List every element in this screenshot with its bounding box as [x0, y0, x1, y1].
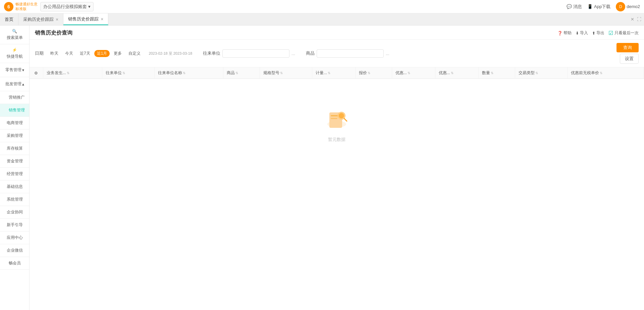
- sidebar-item-search-menu[interactable]: 🔍 搜索菜单: [0, 25, 29, 44]
- logo-text: 畅捷通好生意 标准版: [15, 2, 38, 11]
- tab-sales-history[interactable]: 销售历史价跟踪 ×: [63, 13, 108, 25]
- sort-icon: ⇅: [368, 71, 370, 75]
- avatar: D: [616, 2, 625, 11]
- tab-home[interactable]: 首页: [0, 13, 18, 25]
- sort-icon: ⇅: [491, 71, 493, 75]
- message-icon: 💬: [567, 4, 572, 9]
- sort-icon: ⇅: [408, 71, 410, 75]
- empty-text: 暂元数据: [328, 137, 345, 143]
- table-header-row: ⚙ 业务发生... ⇅ 往来单位: [30, 67, 644, 79]
- sidebar-item-finance-mgmt[interactable]: 资金管理: [0, 155, 29, 168]
- product-dots[interactable]: ...: [386, 51, 389, 56]
- sidebar-item-app-center[interactable]: 应用中心: [0, 231, 29, 244]
- app-selector-label: 办公用品行业模拟账套: [43, 4, 87, 10]
- sidebar-item-basic-info[interactable]: 基础信息: [0, 180, 29, 193]
- th-biz-date[interactable]: 业务发生... ⇅: [43, 67, 102, 79]
- main-layout: 🔍 搜索菜单 ⚡ 快捷导航 零售管理 ▾ 批发管理 ▴ 营销推广 销售管理 电商…: [0, 25, 644, 310]
- sidebar-item-system-mgmt[interactable]: 系统管理: [0, 193, 29, 206]
- sort-icon: ⇅: [451, 71, 453, 75]
- th-spec[interactable]: 规格型号 ⇅: [260, 67, 312, 79]
- product-input[interactable]: [317, 49, 384, 58]
- user-profile[interactable]: D demo2: [616, 2, 640, 11]
- sidebar-item-marketing[interactable]: 营销推广: [0, 91, 29, 104]
- sidebar-item-enterprise-wechat[interactable]: 企业微信: [0, 244, 29, 257]
- sidebar-item-ecommerce-mgmt[interactable]: 电商管理: [0, 117, 29, 130]
- sidebar-item-sales-mgmt[interactable]: 销售管理: [0, 104, 29, 117]
- help-button[interactable]: ❓ 帮助: [557, 30, 572, 36]
- show-last-only-checkbox[interactable]: ☑ 只看最后一次: [608, 30, 639, 36]
- sidebar-item-enterprise-collab[interactable]: 企业协同: [0, 206, 29, 219]
- content-area: 销售历史价查询 ❓ 帮助 ⬇ 导入 ⬆ 导出 ☑: [30, 25, 644, 310]
- maximize-window-icon[interactable]: ⛶: [637, 17, 641, 22]
- search-menu-icon: 🔍: [12, 29, 17, 34]
- last7days-pill[interactable]: 近7天: [77, 50, 93, 57]
- query-button[interactable]: 查询: [616, 43, 639, 52]
- th-discount2[interactable]: 优惠... ⇅: [435, 67, 478, 79]
- today-pill[interactable]: 今天: [62, 50, 76, 57]
- sort-icon: ⇅: [122, 71, 125, 75]
- tab-purchase-history[interactable]: 采购历史价跟踪 ×: [18, 13, 63, 25]
- sidebar-item-wholesale-mgmt[interactable]: 批发管理 ▴: [0, 77, 29, 91]
- purchase-history-tab-close[interactable]: ×: [56, 17, 58, 22]
- logo-icon: 6: [4, 2, 13, 11]
- tab-bar: 首页 采购历史价跟踪 × 销售历史价跟踪 × ✕ ⛶: [0, 13, 644, 25]
- page-title: 销售历史价查询: [35, 30, 72, 37]
- sidebar-item-retail-mgmt[interactable]: 零售管理 ▾: [0, 63, 29, 77]
- svg-line-6: [344, 118, 347, 121]
- app-selector[interactable]: 办公用品行业模拟账套 ▾: [40, 2, 94, 11]
- sort-icon: ⇅: [67, 71, 69, 75]
- sort-icon: ⇅: [235, 71, 238, 75]
- sidebar-item-purchase-mgmt[interactable]: 采购管理: [0, 130, 29, 142]
- last1month-pill[interactable]: 近1月: [94, 50, 110, 57]
- filter-area: 日期 昨天 今天 近7天 近1月 更多 自定义 2023-02-18 至 202…: [30, 40, 644, 67]
- th-trade-type[interactable]: 交易类型 ⇅: [515, 67, 568, 79]
- sidebar-item-member[interactable]: 畅会员: [0, 257, 29, 270]
- more-date-pill[interactable]: 更多: [111, 50, 124, 57]
- page-content: 销售历史价查询 ❓ 帮助 ⬇ 导入 ⬆ 导出 ☑: [30, 25, 644, 310]
- settings-button[interactable]: 设置: [620, 54, 639, 64]
- import-button[interactable]: ⬇ 导入: [576, 30, 588, 36]
- home-tab-label: 首页: [5, 16, 13, 22]
- help-icon: ❓: [557, 31, 562, 36]
- purchase-history-tab-label: 采购历史价跟踪: [23, 16, 54, 22]
- th-discount1[interactable]: 优惠... ⇅: [392, 67, 435, 79]
- custom-date-pill[interactable]: 自定义: [126, 50, 143, 57]
- date-range-text: 2023-02-18 至 2023-03-18: [149, 51, 192, 56]
- message-action[interactable]: 💬 消息: [567, 4, 582, 10]
- app-download-icon: 📱: [587, 4, 593, 9]
- sort-icon: ⇅: [535, 71, 538, 75]
- sort-icon: ⇅: [328, 71, 330, 75]
- th-partner-code[interactable]: 往来单位 ⇅: [102, 67, 155, 79]
- sidebar-item-operations-mgmt[interactable]: 经营管理: [0, 168, 29, 180]
- th-unit[interactable]: 计量... ⇅: [312, 67, 356, 79]
- partner-filter-label: 往来单位: [203, 50, 220, 56]
- th-partner-name[interactable]: 往来单位名称 ⇅: [155, 67, 223, 79]
- th-qty[interactable]: 数量 ⇅: [478, 67, 515, 79]
- close-window-icon[interactable]: ✕: [631, 17, 634, 22]
- page-header: 销售历史价查询 ❓ 帮助 ⬇ 导入 ⬆ 导出 ☑: [30, 25, 644, 40]
- checkbox-icon: ☑: [608, 30, 613, 36]
- sidebar-item-inventory[interactable]: 库存核算: [0, 142, 29, 155]
- empty-icon: [323, 106, 350, 133]
- sidebar-item-quick-nav[interactable]: ⚡ 快捷导航: [0, 44, 29, 63]
- sidebar-item-beginner-guide[interactable]: 新手引导: [0, 219, 29, 231]
- app-download-action[interactable]: 📱 App下载: [587, 4, 610, 10]
- top-bar-right: 💬 消息 📱 App下载 D demo2: [567, 2, 640, 11]
- partner-input[interactable]: [222, 49, 289, 58]
- svg-point-5: [339, 113, 344, 118]
- sales-history-tab-label: 销售历史价跟踪: [68, 16, 99, 22]
- chevron-up-icon: ▴: [22, 82, 24, 87]
- empty-state: 暂元数据: [30, 79, 644, 163]
- th-settings[interactable]: ⚙: [30, 67, 43, 79]
- date-filter-label: 日期: [35, 50, 44, 56]
- export-button[interactable]: ⬆ 导出: [592, 30, 604, 36]
- chevron-down-icon: ▾: [22, 68, 24, 72]
- th-quote[interactable]: 报价 ⇅: [355, 67, 392, 79]
- th-pre-tax-price[interactable]: 优惠前无税单价 ⇅: [568, 67, 644, 79]
- yesterday-pill[interactable]: 昨天: [48, 50, 61, 57]
- sort-icon: ⇅: [183, 71, 185, 75]
- page-header-actions: ❓ 帮助 ⬇ 导入 ⬆ 导出 ☑ 只看最后一次: [557, 30, 639, 36]
- sales-history-tab-close[interactable]: ×: [101, 17, 103, 21]
- partner-dots[interactable]: ...: [291, 51, 295, 56]
- th-product[interactable]: 商品 ⇅: [223, 67, 260, 79]
